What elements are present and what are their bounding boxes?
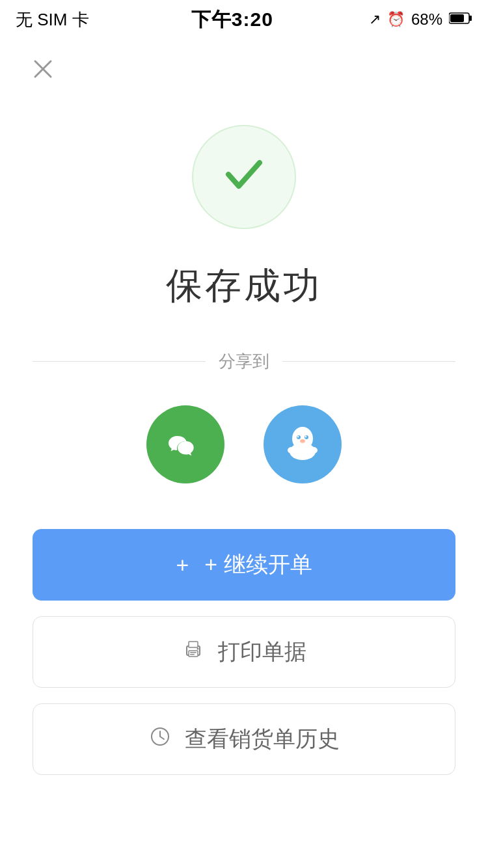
status-right: ↗ ⏰ 68% [369,10,472,29]
svg-rect-20 [190,654,195,655]
svg-rect-1 [469,16,472,21]
status-left: 无 SIM 卡 [16,8,96,31]
svg-rect-19 [190,652,197,653]
svg-rect-18 [189,642,198,647]
history-icon [148,725,172,753]
actions-section: + + 继续开单 打印单据 [33,529,455,775]
qq-share-button[interactable] [264,405,342,483]
print-button[interactable]: 打印单据 [33,616,455,688]
svg-rect-17 [189,651,198,657]
success-title: 保存成功 [166,262,322,311]
continue-order-button[interactable]: + + 继续开单 [33,529,455,601]
svg-rect-13 [301,440,305,442]
svg-point-14 [288,447,295,454]
continue-label: + 继续开单 [204,550,312,580]
svg-point-8 [297,435,301,439]
svg-point-9 [305,435,308,439]
page-header [0,39,488,99]
continue-icon: + [176,552,189,578]
battery-icon [449,10,472,29]
print-label: 打印单据 [218,637,306,667]
history-label: 查看销货单历史 [185,724,340,754]
success-icon-circle [192,125,296,229]
svg-point-11 [305,436,306,438]
battery-text: 68% [411,10,442,29]
location-icon: ↗ [369,11,381,28]
svg-point-15 [310,447,318,454]
close-button[interactable] [26,52,60,86]
history-button[interactable]: 查看销货单历史 [33,703,455,775]
print-icon [182,638,205,666]
main-content: 保存成功 分享到 [0,99,488,868]
alarm-icon: ⏰ [387,11,405,28]
status-time: 下午3:20 [191,7,273,33]
share-section: 分享到 [33,350,455,373]
carrier-text: 无 SIM 卡 [16,8,89,31]
share-icons-row [33,405,455,483]
svg-point-21 [197,648,199,650]
status-bar: 无 SIM 卡 下午3:20 ↗ ⏰ 68% [0,0,488,39]
check-icon [218,147,270,208]
share-label: 分享到 [219,350,269,373]
svg-point-10 [297,436,299,438]
share-line-left [33,361,206,362]
wechat-share-button[interactable] [146,405,224,483]
share-line-right [282,361,455,362]
svg-rect-2 [450,14,464,22]
